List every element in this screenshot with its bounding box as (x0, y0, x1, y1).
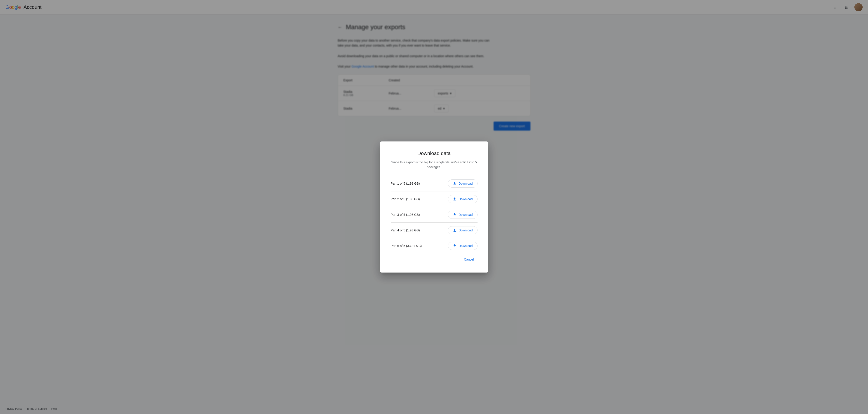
download-row-2: Part 2 of 5 (1.98 GB) Download (391, 191, 477, 207)
overlay: Download data Since this export is too b… (0, 0, 868, 414)
download-icon-4 (453, 228, 457, 232)
dialog-actions: Cancel (391, 255, 477, 263)
download-icon-3 (453, 213, 457, 217)
download-icon-2 (453, 197, 457, 201)
part-label-3: Part 3 of 5 (1.98 GB) (391, 213, 420, 217)
download-button-3[interactable]: Download (448, 211, 477, 219)
download-button-5[interactable]: Download (448, 242, 477, 250)
download-parts-list: Part 1 of 5 (1.98 GB) Download Part 2 of… (391, 176, 477, 250)
download-row-4: Part 4 of 5 (1.93 GB) Download (391, 223, 477, 238)
download-button-4[interactable]: Download (448, 226, 477, 234)
download-row-3: Part 3 of 5 (1.98 GB) Download (391, 207, 477, 223)
dialog-subtitle: Since this export is too big for a singl… (391, 160, 477, 169)
download-button-2[interactable]: Download (448, 195, 477, 203)
part-label-2: Part 2 of 5 (1.98 GB) (391, 197, 420, 201)
dialog-title: Download data (391, 151, 477, 156)
download-dialog: Download data Since this export is too b… (380, 141, 488, 273)
download-icon-5 (453, 244, 457, 248)
part-label-1: Part 1 of 5 (1.98 GB) (391, 182, 420, 185)
part-label-4: Part 4 of 5 (1.93 GB) (391, 228, 420, 232)
cancel-button[interactable]: Cancel (460, 255, 477, 263)
part-label-5: Part 5 of 5 (339.1 MB) (391, 244, 422, 248)
download-row-5: Part 5 of 5 (339.1 MB) Download (391, 238, 477, 250)
download-button-1[interactable]: Download (448, 180, 477, 188)
download-row-1: Part 1 of 5 (1.98 GB) Download (391, 176, 477, 191)
download-icon-1 (453, 182, 457, 186)
